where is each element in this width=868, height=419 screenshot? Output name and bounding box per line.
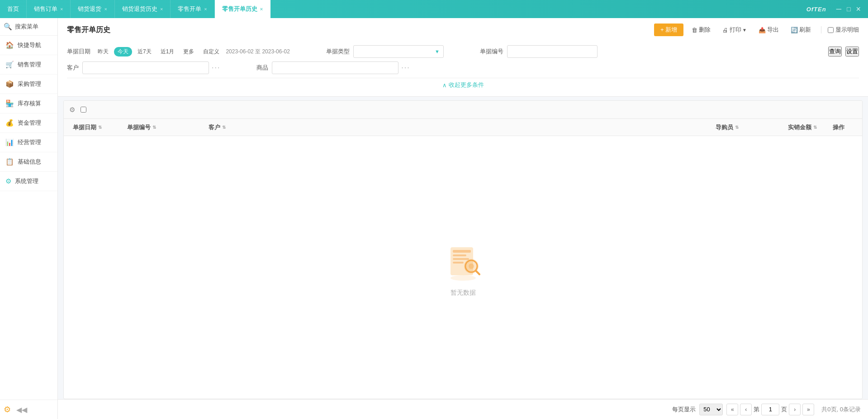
query-buttons: 查询 设置 bbox=[828, 47, 859, 56]
type-select[interactable]: ▼ bbox=[353, 45, 444, 58]
tab-sales-return-close[interactable]: × bbox=[104, 6, 107, 12]
tab-retail-order-history[interactable]: 零售开单历史 × bbox=[215, 0, 270, 18]
settings-gear-icon[interactable]: ⚙ bbox=[4, 405, 11, 414]
th-amount-label: 实销金额 bbox=[788, 123, 811, 132]
tab-sales-return-label: 销货退货 bbox=[78, 5, 101, 13]
th-op: 操作 bbox=[821, 123, 857, 132]
th-amount-sort[interactable]: ⇅ bbox=[813, 125, 817, 130]
sidebar-item-system[interactable]: ⚙ 系统管理 bbox=[0, 172, 57, 191]
date-label: 单据日期 bbox=[67, 47, 90, 56]
filter-row-2: 客户 ··· 商品 ··· bbox=[67, 61, 859, 74]
settings-button[interactable]: 设置 bbox=[845, 47, 859, 56]
per-page-select[interactable]: 50 20 100 bbox=[699, 404, 723, 415]
tab-retail-order-history-close[interactable]: × bbox=[260, 6, 263, 12]
tab-sales-return[interactable]: 销货退货 × bbox=[71, 0, 114, 18]
prev-page-btn[interactable]: ‹ bbox=[740, 404, 752, 415]
print-icon: 🖨 bbox=[722, 27, 728, 33]
first-page-btn[interactable]: « bbox=[726, 404, 738, 415]
per-page-label: 每页显示 bbox=[672, 405, 696, 414]
sidebar-item-purchase[interactable]: 📦 采购管理 bbox=[0, 75, 57, 94]
page-title-bar: 零售开单历史 + 新增 🗑 删除 🖨 打印 ▼ 📤 导出 bbox=[67, 24, 859, 36]
tab-retail-order-close[interactable]: × bbox=[204, 6, 207, 12]
th-guide-label: 导购员 bbox=[716, 123, 733, 132]
export-button[interactable]: 📤 导出 bbox=[755, 24, 783, 36]
sidebar-item-finance-label: 资金管理 bbox=[18, 119, 41, 127]
display-detail-label: 显示明细 bbox=[835, 26, 859, 34]
add-button[interactable]: + 新增 bbox=[654, 24, 683, 36]
display-detail-checkbox-wrapper[interactable]: 显示明细 bbox=[828, 26, 859, 34]
type-label: 单据类型 bbox=[326, 47, 350, 56]
top-nav: 首页 销售订单 × 销货退货 × 销货退货历史 × 零售开单 × 零售开单历史 … bbox=[0, 0, 868, 18]
print-dropdown-icon[interactable]: ▼ bbox=[742, 28, 747, 33]
refresh-icon: 🔄 bbox=[791, 27, 798, 33]
date-options: 昨天 今天 近7天 近1月 更多 自定义 bbox=[94, 47, 223, 56]
print-button[interactable]: 🖨 打印 ▼ bbox=[719, 24, 750, 36]
th-customer-sort[interactable]: ⇅ bbox=[222, 125, 226, 130]
tab-sales-return-history-close[interactable]: × bbox=[160, 6, 163, 12]
th-customer[interactable]: 客户 ⇅ bbox=[205, 123, 712, 132]
th-order-sort[interactable]: ⇅ bbox=[152, 125, 156, 130]
display-detail-checkbox[interactable] bbox=[828, 27, 834, 33]
delete-icon: 🗑 bbox=[692, 27, 697, 33]
date-opt-custom[interactable]: 自定义 bbox=[199, 47, 223, 56]
customer-input[interactable] bbox=[82, 61, 209, 74]
table-header: 单据日期 ⇅ 单据编号 ⇅ 客户 ⇅ 导购员 ⇅ 实销金额 ⇅ bbox=[64, 119, 862, 136]
last-page-btn[interactable]: » bbox=[802, 404, 814, 415]
tab-sales-order-close[interactable]: × bbox=[60, 6, 63, 12]
sidebar-item-finance[interactable]: 💰 资金管理 bbox=[0, 113, 57, 133]
delete-button[interactable]: 🗑 删除 bbox=[688, 24, 714, 36]
date-opt-today[interactable]: 今天 bbox=[114, 47, 132, 56]
table-settings-icon[interactable]: ⚙ bbox=[69, 106, 75, 114]
customer-dots-btn[interactable]: ··· bbox=[212, 64, 220, 72]
content-area: 零售开单历史 + 新增 🗑 删除 🖨 打印 ▼ 📤 导出 bbox=[58, 18, 868, 419]
order-no-input[interactable] bbox=[507, 45, 598, 58]
collapse-filter-btn[interactable]: ∧ 收起更多条件 bbox=[67, 78, 859, 92]
select-all-checkbox[interactable] bbox=[81, 107, 86, 113]
th-guide[interactable]: 导购员 ⇅ bbox=[712, 123, 766, 132]
sidebar-item-inventory[interactable]: 🏪 库存核算 bbox=[0, 94, 57, 113]
sidebar-bottom: ⚙ ◀◀ bbox=[0, 400, 57, 419]
export-icon: 📤 bbox=[759, 27, 766, 33]
filter-row-1: 单据日期 昨天 今天 近7天 近1月 更多 自定义 2023-06-02 至 2… bbox=[67, 45, 859, 58]
tab-retail-order[interactable]: 零售开单 × bbox=[171, 0, 214, 18]
date-opt-yesterday[interactable]: 昨天 bbox=[94, 47, 112, 56]
sidebar-search[interactable]: 🔍 搜索菜单 bbox=[0, 18, 57, 36]
sidebar-search-label: 搜索菜单 bbox=[15, 23, 38, 31]
query-button[interactable]: 查询 bbox=[828, 47, 842, 56]
goods-input[interactable] bbox=[272, 61, 398, 74]
date-opt-1month[interactable]: 近1月 bbox=[157, 47, 178, 56]
page-label: 第 bbox=[754, 405, 759, 414]
th-op-label: 操作 bbox=[833, 123, 844, 132]
th-date-sort[interactable]: ⇅ bbox=[98, 125, 102, 130]
cart-icon: 🛒 bbox=[5, 61, 14, 69]
empty-state: 暂无数据 bbox=[64, 136, 862, 399]
page-nav: « ‹ 第 页 › » bbox=[726, 404, 814, 415]
collapse-icon: ∧ bbox=[442, 82, 447, 89]
sidebar-item-quick-nav[interactable]: 🏠 快捷导航 bbox=[0, 36, 57, 55]
svg-rect-3 bbox=[453, 254, 466, 256]
date-opt-7days[interactable]: 近7天 bbox=[134, 47, 155, 56]
next-page-btn[interactable]: › bbox=[789, 404, 801, 415]
th-date[interactable]: 单据日期 ⇅ bbox=[69, 123, 123, 132]
th-amount[interactable]: 实销金额 ⇅ bbox=[766, 123, 821, 132]
page-number-input[interactable] bbox=[761, 404, 779, 415]
tab-home[interactable]: 首页 bbox=[0, 0, 27, 18]
tab-sales-order[interactable]: 销售订单 × bbox=[27, 0, 71, 18]
filter-area: 单据日期 昨天 今天 近7天 近1月 更多 自定义 2023-06-02 至 2… bbox=[67, 41, 859, 96]
table-toolbar: ⚙ bbox=[64, 101, 862, 119]
th-order[interactable]: 单据编号 ⇅ bbox=[123, 123, 205, 132]
sidebar-item-sales[interactable]: 🛒 销售管理 bbox=[0, 55, 57, 75]
collapse-sidebar-icon[interactable]: ◀◀ bbox=[16, 405, 27, 414]
customer-label: 客户 bbox=[67, 64, 79, 72]
restore-btn[interactable]: □ bbox=[847, 5, 850, 13]
th-guide-sort[interactable]: ⇅ bbox=[735, 125, 739, 130]
tab-sales-return-history[interactable]: 销货退货历史 × bbox=[115, 0, 171, 18]
sidebar-item-manage[interactable]: 📊 经营管理 bbox=[0, 133, 57, 152]
refresh-button[interactable]: 🔄 刷新 bbox=[787, 24, 815, 36]
sidebar-item-basic-info[interactable]: 📋 基础信息 bbox=[0, 152, 57, 172]
sidebar-item-manage-label: 经营管理 bbox=[18, 138, 41, 146]
date-opt-more[interactable]: 更多 bbox=[180, 47, 198, 56]
minimize-btn[interactable]: ─ bbox=[836, 5, 841, 13]
goods-dots-btn[interactable]: ··· bbox=[401, 64, 410, 72]
close-btn[interactable]: × bbox=[856, 5, 861, 14]
